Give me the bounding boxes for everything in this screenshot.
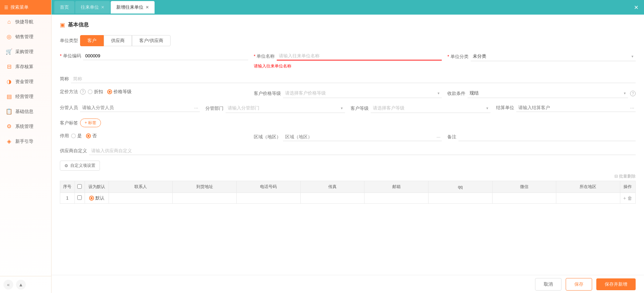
save-button[interactable]: 保存 <box>566 278 592 291</box>
sidebar-item-quick-nav[interactable]: ⌂ 快捷导航 <box>0 15 51 29</box>
sidebar-item-system[interactable]: ⚙ 系统管理 <box>0 119 51 134</box>
pricing-discount-option[interactable]: 折扣 <box>88 89 103 95</box>
payment-terms-field: 收款条件 现结 ▾ ? <box>447 89 636 98</box>
code-name-row: * 单位编码 * 单位名称 请输入往来单位名称 * <box>60 52 636 69</box>
row-wechat[interactable] <box>492 193 556 204</box>
pricing-radio-group: 折扣 价格等级 <box>88 89 132 95</box>
default-radio-item[interactable]: 默认 <box>87 195 107 201</box>
row-email[interactable] <box>364 193 429 204</box>
row-fax[interactable] <box>300 193 364 204</box>
default-radio[interactable] <box>89 196 94 201</box>
payment-terms-select[interactable]: 现结 ▾ <box>468 89 628 98</box>
disabled-no-option[interactable]: 否 <box>86 133 97 139</box>
disabled-yes-radio[interactable] <box>71 133 76 138</box>
sidebar-item-finance[interactable]: ◑ 资金管理 <box>0 74 51 89</box>
unit-type-both-btn[interactable]: 客户/供应商 <box>132 35 171 46</box>
fax-input[interactable] <box>303 196 362 201</box>
supplier-custom-input[interactable] <box>89 147 636 155</box>
sidebar-expand-btn[interactable]: ▲ <box>16 280 26 290</box>
sidebar-item-label: 系统管理 <box>15 123 33 130</box>
custom-settings-btn[interactable]: ⚙ 自定义项设置 <box>60 161 100 171</box>
customer-price-field: 客户价格等级 请选择客户价格等级 ▾ <box>254 89 442 98</box>
area-input[interactable] <box>558 196 618 201</box>
tab-partners[interactable]: 往来单位 ✕ <box>75 1 110 14</box>
settlement-more-btn[interactable]: ··· <box>629 105 636 111</box>
tab-new-partner[interactable]: 新增往来单位 ✕ <box>111 1 155 14</box>
unit-code-input[interactable] <box>83 52 248 60</box>
col-wechat: 微信 <box>492 181 556 193</box>
unit-type-row: 单位类型 客户 供应商 客户/供应商 <box>60 35 636 46</box>
supervisor-field: 分管人员 ··· <box>60 104 200 112</box>
region-input[interactable] <box>283 133 435 141</box>
sidebar-item-operations[interactable]: ▤ 经营管理 <box>0 89 51 104</box>
address-input[interactable] <box>175 196 234 201</box>
disabled-no-radio[interactable] <box>86 133 91 138</box>
unit-name-input[interactable] <box>277 52 442 60</box>
batch-delete-btn[interactable]: ⊟ 批量删除 <box>614 173 636 179</box>
row-qq[interactable] <box>428 193 492 204</box>
tab-new-partner-close[interactable]: ✕ <box>146 5 149 10</box>
tab-home[interactable]: 首页 <box>54 1 74 14</box>
row-address[interactable] <box>173 193 237 204</box>
unit-type-customer-btn[interactable]: 客户 <box>80 35 104 46</box>
remarks-label: 备注 <box>447 134 456 140</box>
unit-type-supplier-btn[interactable]: 供应商 <box>104 35 132 46</box>
sidebar-collapse-btn[interactable]: « <box>3 280 13 290</box>
finance-icon: ◑ <box>6 78 13 85</box>
customer-level-select[interactable]: 请选择客户等级 ▾ <box>371 104 490 113</box>
col-default: 设为默认 <box>85 181 109 193</box>
sidebar-search[interactable]: ☰ 搜索菜单 <box>0 0 51 15</box>
pricing-level-radio[interactable] <box>107 89 112 94</box>
table-section: ⚙ 自定义项设置 ⊟ 批量删除 序号 设为默认 联系人 <box>60 161 636 204</box>
tabbar-close-all[interactable]: ✕ <box>631 3 641 12</box>
dept-chevron-icon: ▾ <box>341 106 343 111</box>
add-row-btn[interactable]: + <box>623 195 626 201</box>
pricing-level-option[interactable]: 价格等级 <box>107 89 132 95</box>
row-phone[interactable] <box>236 193 300 204</box>
row-op-btns: + 🗑 <box>622 195 633 201</box>
customer-price-select[interactable]: 请选择客户价格等级 ▾ <box>283 89 442 98</box>
qq-input[interactable] <box>431 196 490 201</box>
pricing-help-icon[interactable]: ? <box>80 89 86 95</box>
region-more-btn[interactable]: ··· <box>435 134 442 140</box>
unit-type-field: 单位类型 客户 供应商 客户/供应商 <box>60 35 636 46</box>
row-checkbox[interactable] <box>77 195 82 200</box>
unit-category-select[interactable]: 未分类 ▾ <box>471 52 636 61</box>
wechat-input[interactable] <box>495 196 554 201</box>
home-icon: ⌂ <box>6 19 13 25</box>
disabled-yes-option[interactable]: 是 <box>71 133 82 139</box>
email-input[interactable] <box>367 196 426 201</box>
cancel-button[interactable]: 取消 <box>535 278 561 291</box>
pricing-discount-label: 折扣 <box>94 89 103 95</box>
sidebar-item-label: 经营管理 <box>15 93 33 100</box>
sidebar-item-sales[interactable]: ◎ 销售管理 <box>0 29 51 44</box>
pricing-discount-radio[interactable] <box>88 89 93 94</box>
settlement-input[interactable] <box>516 104 629 112</box>
remarks-input[interactable] <box>458 133 636 141</box>
payment-help-icon[interactable]: ? <box>630 91 636 96</box>
phone-input[interactable] <box>239 196 298 201</box>
contact-input[interactable] <box>111 196 171 201</box>
sales-icon: ◎ <box>6 33 13 40</box>
section-header: ▣ 基本信息 <box>60 22 636 28</box>
select-all-checkbox[interactable] <box>77 184 82 189</box>
sidebar-item-guide[interactable]: ◈ 新手引导 <box>0 134 51 149</box>
supervisor-label: 分管人员 <box>60 105 78 111</box>
sidebar-item-basic-info[interactable]: 📋 基础信息 <box>0 104 51 119</box>
row-area[interactable] <box>556 193 620 204</box>
add-tag-button[interactable]: + 标签 <box>80 119 101 127</box>
delete-row-btn[interactable]: 🗑 <box>627 195 632 201</box>
sidebar-item-purchase[interactable]: 🛒 采购管理 <box>0 44 51 59</box>
tags-row: 客户标签 + 标签 <box>60 119 636 127</box>
row-contact[interactable] <box>109 193 173 204</box>
short-name-input[interactable] <box>71 75 636 83</box>
department-select[interactable]: 请输入分管部门 ▾ <box>226 104 345 113</box>
save-new-button[interactable]: 保存并新增 <box>596 278 636 290</box>
section-icon: ▣ <box>60 22 65 28</box>
tabbar: 首页 往来单位 ✕ 新增往来单位 ✕ ✕ <box>52 0 644 15</box>
sidebar-item-inventory[interactable]: ⊟ 库存核算 <box>0 59 51 74</box>
supervisor-input[interactable] <box>80 104 193 112</box>
supervisor-input-group: ··· <box>80 104 200 112</box>
tab-partners-close[interactable]: ✕ <box>101 5 104 10</box>
supervisor-more-btn[interactable]: ··· <box>193 105 200 111</box>
